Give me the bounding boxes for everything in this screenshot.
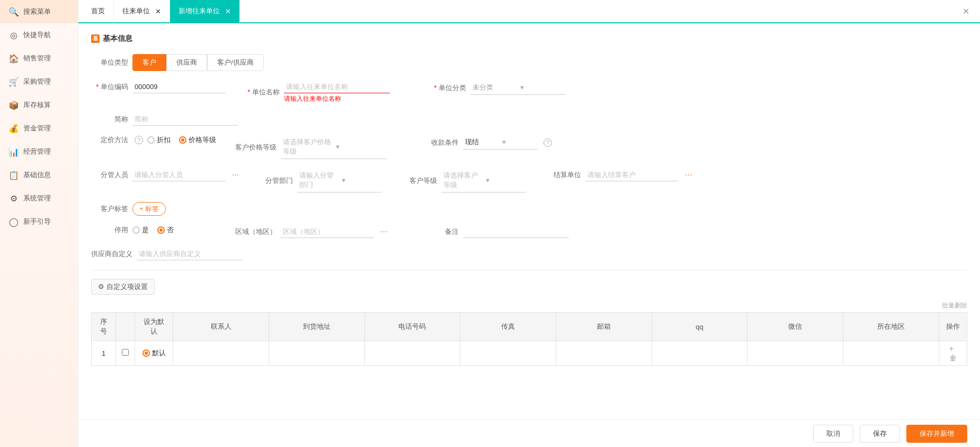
pricing-method-label: 定价方法 [91,135,128,145]
department-select[interactable]: 请输入分管部门 ▼ [297,169,382,192]
form-row-basic: 单位编码 单位名称 请输入往来单位名称 单位分类 未分类 ▼ [91,81,967,103]
cell-email[interactable] [556,341,652,366]
add-tag-button[interactable]: + 标签 [132,202,166,216]
settlement-unit-input[interactable] [585,169,679,181]
tab-new-partner-label: 新增往来单位 [179,6,220,16]
quicknav-icon: ◎ [8,30,19,40]
sidebar-item-search[interactable]: 🔍 搜索菜单 [0,0,78,23]
unit-name-wrapper: 请输入往来单位名称 [284,81,390,103]
sidebar-item-basicinfo[interactable]: 📋 基础信息 [0,163,78,187]
sidebar-item-finance[interactable]: 💰 资金管理 [0,117,78,140]
unit-btn-customer[interactable]: 客户 [132,54,166,71]
unit-btn-supplier[interactable]: 供应商 [166,54,207,71]
cell-address[interactable] [269,341,364,366]
sidebar-label-basicinfo: 基础信息 [23,170,51,180]
unit-btn-both[interactable]: 客户/供应商 [207,54,264,71]
batch-actions: 批量删除 [91,301,967,310]
th-default: 设为默认 [135,313,173,341]
sales-icon: 🏠 [8,53,19,64]
sidebar-label-operations: 经营管理 [23,147,51,156]
payment-terms-select[interactable]: 现结 ▼ [463,135,537,150]
section-title-text: 基本信息 [103,34,132,43]
sidebar-item-operations[interactable]: 📊 经营管理 [0,140,78,163]
pricing-radio-level[interactable]: 价格等级 [179,135,216,145]
abbreviation-input[interactable] [132,113,238,126]
tab-new-partner-close[interactable]: ✕ [225,7,231,15]
sidebar-label-purchase: 采购管理 [23,77,51,86]
sidebar-item-purchase[interactable]: 🛒 采购管理 [0,70,78,93]
unit-category-select[interactable]: 未分类 ▼ [470,81,566,95]
sidebar-item-system[interactable]: ⚙ 系统管理 [0,187,78,210]
region-table-input[interactable] [849,349,933,357]
tabbar-close-button[interactable]: ✕ [956,6,976,16]
phone-input[interactable] [370,349,455,357]
customer-level-chevron: ▼ [485,177,524,183]
department-field: 分管部门 请输入分管部门 ▼ [256,169,383,192]
cancel-button[interactable]: 取消 [813,425,853,443]
cell-qq[interactable] [652,341,747,366]
sidebar-item-newguide[interactable]: ◯ 新手引导 [0,210,78,233]
batch-delete-button[interactable]: 批量删除 [942,301,967,310]
region-input[interactable] [281,225,374,238]
customer-price-level-select[interactable]: 请选择客户价格等级 ▼ [281,135,387,159]
unit-name-input[interactable] [284,81,390,93]
pricing-level-circle [179,136,186,144]
disabled-yes-circle [132,226,140,234]
th-phone: 电话号码 [364,313,460,341]
tab-partners[interactable]: 往来单位 ✕ [114,0,170,23]
unit-type-buttons: 客户 供应商 客户/供应商 [132,54,264,71]
cell-contact[interactable] [173,341,269,366]
disabled-radio-yes[interactable]: 是 [132,225,149,235]
save-button[interactable]: 保存 [860,425,900,443]
table-body: 1 默认 [92,341,967,366]
manager-label: 分管人员 [91,170,128,180]
cell-wechat[interactable] [747,341,843,366]
finance-icon: 💰 [8,123,19,134]
supplier-custom-input[interactable] [137,248,243,260]
customer-level-select[interactable]: 请选择客户等级 ▼ [441,169,526,192]
remarks-input[interactable] [463,225,569,238]
delete-row-btn[interactable]: 🗑 [949,354,957,362]
inventory-icon: 📦 [8,100,19,110]
tab-home[interactable]: 首页 [83,0,114,23]
table-header: 序号 设为默认 联系人 到货地址 电话号码 传真 邮箱 qq 微信 所在地区 操… [92,313,967,341]
row-checkbox[interactable] [121,349,129,356]
custom-settings-button[interactable]: ⚙ 自定义项设置 [91,279,155,295]
add-row-btn[interactable]: + [949,344,954,353]
disabled-field: 停用 是 否 [91,225,218,235]
qq-input[interactable] [657,349,742,357]
unit-code-input[interactable] [132,81,226,93]
sidebar-item-inventory[interactable]: 📦 库存核算 [0,93,78,117]
cell-region[interactable] [843,341,939,366]
purchase-icon: 🛒 [8,76,19,87]
manager-ellipsis[interactable]: ··· [232,170,239,180]
wechat-input[interactable] [753,349,838,357]
contact-input[interactable] [179,349,263,357]
payment-terms-help-icon[interactable]: ? [544,138,552,147]
settlement-ellipsis[interactable]: ··· [685,170,692,180]
tab-partners-close[interactable]: ✕ [155,7,161,15]
cell-checkbox[interactable] [116,341,135,366]
sidebar-item-quicknav[interactable]: ◎ 快捷导航 [0,23,78,47]
email-input[interactable] [562,349,646,357]
manager-input[interactable] [132,169,226,181]
cell-phone[interactable] [364,341,460,366]
unit-category-chevron: ▼ [519,84,564,91]
save-and-new-button[interactable]: 保存并新增 [906,425,967,443]
fax-input[interactable] [466,349,550,357]
disabled-radio-no[interactable]: 否 [157,225,174,235]
address-input[interactable] [274,349,359,357]
sidebar-label-finance: 资金管理 [23,124,51,133]
pricing-help-icon[interactable]: ? [135,136,143,144]
region-ellipsis[interactable]: ··· [380,227,387,236]
tab-new-partner[interactable]: 新增往来单位 ✕ [170,0,240,23]
sidebar-item-sales[interactable]: 🏠 销售管理 [0,47,78,70]
cell-fax[interactable] [460,341,556,366]
system-icon: ⚙ [8,193,19,204]
cell-operation: + 🗑 [939,341,967,366]
unit-code-label: 单位编码 [91,82,128,92]
payment-terms-chevron: ▼ [501,139,535,145]
pricing-radio-discount[interactable]: 折扣 [147,135,171,145]
department-label: 分管部门 [256,176,293,186]
default-radio-item[interactable]: 默认 [140,348,167,358]
